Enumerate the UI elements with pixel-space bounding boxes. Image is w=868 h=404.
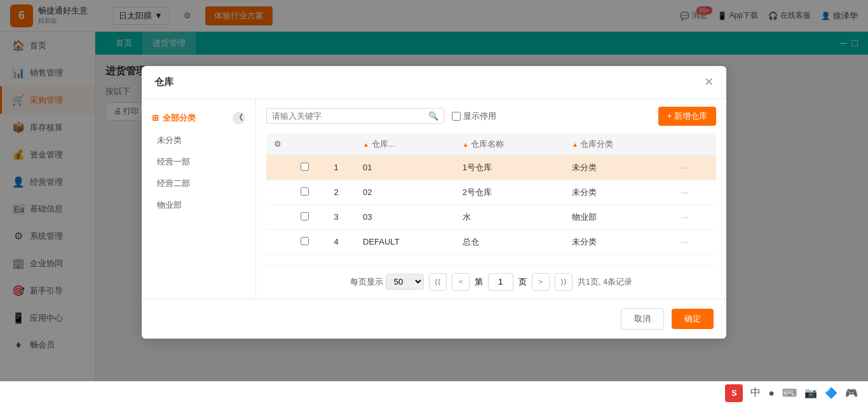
sort-icon-name: ▲ [463, 141, 469, 148]
search-icon[interactable]: 🔍 [428, 111, 438, 121]
cell-category: 未分类 [564, 229, 674, 254]
cell-check[interactable] [292, 229, 317, 254]
cell-more[interactable]: ··· [674, 180, 716, 205]
per-page-dropdown[interactable]: 50 100 200 [386, 274, 424, 290]
cell-name: 1号仓库 [455, 155, 564, 180]
cell-num: 1 [317, 155, 355, 180]
page-summary: 共1页, 4条记录 [578, 276, 633, 288]
cell-category: 未分类 [564, 155, 674, 180]
table-panel: 🔍 显示停用 + 新增仓库 ⚙ [256, 99, 726, 299]
modal-close-button[interactable]: ✕ [704, 76, 714, 88]
sort-icon: ▲ [363, 141, 369, 148]
th-actions [674, 133, 716, 156]
taskbar: S 中 ● ⌨ 📷 🔷 🎮 [0, 381, 868, 404]
table-row[interactable]: 2 02 2号仓库 未分类 ··· [266, 180, 716, 205]
confirm-button[interactable]: 确定 [672, 309, 714, 329]
prev-page-button[interactable]: ＜ [452, 273, 470, 291]
show-disabled-label[interactable]: 显示停用 [452, 111, 496, 122]
taskbar-blue-icon[interactable]: 🔷 [825, 387, 837, 399]
search-box: 🔍 [266, 108, 444, 124]
th-code[interactable]: ▲ 仓库... [355, 133, 455, 156]
cell-settings [266, 155, 292, 180]
th-settings[interactable]: ⚙ [266, 133, 292, 156]
cell-check[interactable] [292, 205, 317, 229]
next-page-button[interactable]: ＞ [532, 273, 550, 291]
th-num [317, 133, 355, 156]
warehouse-table: ⚙ ▲ 仓库... ▲ 仓库名称 [266, 133, 716, 255]
category-item-ops2[interactable]: 经营二部 [142, 173, 255, 194]
add-warehouse-button[interactable]: + 新增仓库 [658, 107, 716, 126]
category-item-property[interactable]: 物业部 [142, 194, 255, 216]
taskbar-keyboard-icon[interactable]: ⌨ [782, 387, 797, 399]
search-input[interactable] [272, 111, 428, 121]
cell-more[interactable]: ··· [674, 205, 716, 229]
cell-code: DEFAULT [355, 229, 455, 254]
modal-footer: 取消 确定 [142, 299, 726, 339]
cell-name: 2号仓库 [455, 180, 564, 205]
cell-code: 02 [355, 180, 455, 205]
cell-name: 水 [455, 205, 564, 229]
page-size-select: 每页显示 50 100 200 [350, 274, 424, 290]
taskbar-logo[interactable]: S [725, 384, 743, 402]
cell-name: 总仓 [455, 229, 564, 254]
collapse-button[interactable]: 《 [233, 112, 245, 125]
modal-body: ⊞ 全部分类 《 未分类 经营一部 经营二部 物业部 [142, 99, 726, 299]
per-page-label: 每页显示 [350, 276, 383, 288]
page-unit: 页 [519, 276, 527, 288]
sort-icon-cat: ▲ [572, 141, 578, 148]
all-category-label: 全部分类 [163, 112, 196, 124]
cell-code: 01 [355, 155, 455, 180]
cell-num: 2 [317, 180, 355, 205]
th-checkbox [292, 133, 317, 156]
category-item-unclassified[interactable]: 未分类 [142, 130, 255, 151]
modal-header: 仓库 ✕ [142, 66, 726, 99]
category-header-all[interactable]: ⊞ 全部分类 《 [142, 107, 255, 130]
pagination: 每页显示 50 100 200 ⟨⟨ ＜ 第 页 ＞ ⟩⟩ 共1页, 4条记录 [266, 265, 716, 291]
cell-settings [266, 205, 292, 229]
category-panel: ⊞ 全部分类 《 未分类 经营一部 经营二部 物业部 [142, 99, 256, 299]
cancel-button[interactable]: 取消 [621, 308, 664, 330]
page-label: 第 [475, 276, 483, 288]
show-disabled-checkbox[interactable] [452, 112, 461, 121]
grid-icon: ⊞ [152, 113, 159, 123]
warehouse-modal: 仓库 ✕ ⊞ 全部分类 《 未分类 经营一部 经营二部 物业部 [142, 66, 726, 339]
table-row[interactable]: 4 DEFAULT 总仓 未分类 ··· [266, 229, 716, 254]
cell-settings [266, 229, 292, 254]
cell-more[interactable]: ··· [674, 155, 716, 180]
cell-settings [266, 180, 292, 205]
table-header-row: ⚙ ▲ 仓库... ▲ 仓库名称 [266, 133, 716, 156]
category-item-ops1[interactable]: 经营一部 [142, 151, 255, 173]
cell-more[interactable]: ··· [674, 229, 716, 254]
page-input[interactable] [488, 273, 513, 291]
cell-num: 3 [317, 205, 355, 229]
modal-overlay: 仓库 ✕ ⊞ 全部分类 《 未分类 经营一部 经营二部 物业部 [0, 0, 868, 404]
modal-title: 仓库 [154, 76, 173, 88]
cell-category: 未分类 [564, 180, 674, 205]
cell-code: 03 [355, 205, 455, 229]
taskbar-camera-icon[interactable]: 📷 [804, 387, 817, 399]
table-row[interactable]: 1 01 1号仓库 未分类 ··· [266, 155, 716, 180]
taskbar-dot-icon[interactable]: ● [768, 387, 775, 399]
first-page-button[interactable]: ⟨⟨ [429, 273, 447, 291]
cell-num: 4 [317, 229, 355, 254]
cell-check[interactable] [292, 155, 317, 180]
cell-check[interactable] [292, 180, 317, 205]
th-name[interactable]: ▲ 仓库名称 [455, 133, 564, 156]
table-toolbar: 🔍 显示停用 + 新增仓库 [266, 107, 716, 126]
cell-category: 物业部 [564, 205, 674, 229]
th-category[interactable]: ▲ 仓库分类 [564, 133, 674, 156]
taskbar-zh-icon[interactable]: 中 [750, 386, 761, 400]
last-page-button[interactable]: ⟩⟩ [555, 273, 573, 291]
collapse-icon: 《 [235, 112, 243, 123]
taskbar-game-icon[interactable]: 🎮 [845, 387, 858, 399]
table-row[interactable]: 3 03 水 物业部 ··· [266, 205, 716, 229]
